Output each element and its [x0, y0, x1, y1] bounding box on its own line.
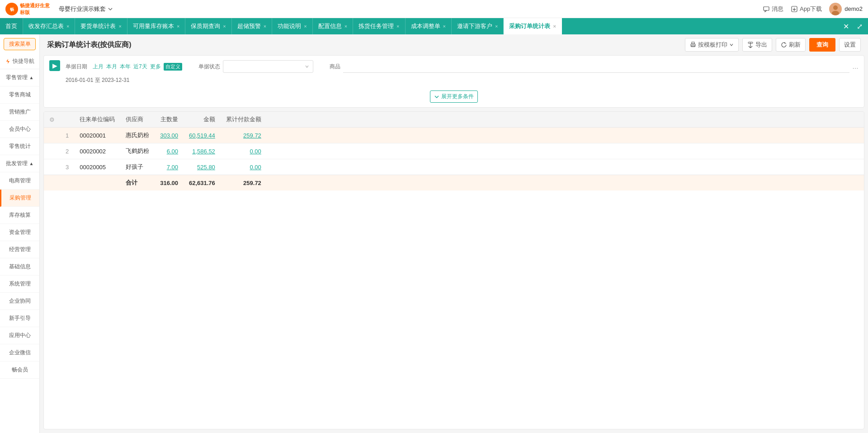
expand-more-button[interactable]: 展开更多条件: [430, 90, 478, 103]
user-area[interactable]: demo2: [829, 3, 863, 15]
tab-stock-summary[interactable]: 收发存汇总表 ×: [23, 18, 75, 34]
sidebar-item-new-guide[interactable]: 新手引导: [0, 310, 39, 327]
tab-config[interactable]: 配置信息 ×: [313, 18, 353, 34]
row3-extra: [267, 159, 864, 175]
top-bar: 畅 畅捷通好生意 标版 母婴行业演示账套 消息 App下载 demo2: [0, 0, 868, 18]
tab-invite[interactable]: 邀请下游客户 ×: [452, 18, 504, 34]
logo-text: 畅捷通好生意 标版: [20, 2, 50, 15]
sidebar-item-app-center[interactable]: 应用中心: [0, 327, 39, 344]
svg-rect-10: [692, 45, 694, 47]
export-button[interactable]: 导出: [742, 38, 772, 52]
purchase-stat-table: ⚙ 往来单位编码 供应商 主数量 金额 累计付款金额 1 00020001: [44, 112, 864, 190]
sidebar-item-ecommerce[interactable]: 电商管理: [0, 172, 39, 190]
close-tab-purchase-stat[interactable]: ×: [553, 24, 556, 29]
search-menu-button[interactable]: 搜索菜单: [4, 38, 36, 50]
sidebar-item-marketing[interactable]: 营销推广: [0, 104, 39, 121]
shortcut-last-month[interactable]: 上月: [93, 63, 104, 71]
filter-toggle-button[interactable]: ▶: [49, 60, 60, 71]
tab-overstock[interactable]: 超储预警 ×: [232, 18, 272, 34]
close-tab-stock-summary[interactable]: ×: [66, 24, 69, 29]
sidebar-item-stock-verify[interactable]: 库存核算: [0, 207, 39, 224]
avatar: [829, 3, 842, 15]
row1-paid[interactable]: 259.72: [221, 128, 267, 143]
shortcut-this-month[interactable]: 本月: [106, 63, 117, 71]
custom-date-badge: 自定义: [164, 63, 182, 71]
footer-paid: 259.72: [221, 175, 267, 191]
footer-extra: [267, 175, 864, 191]
tab-cost-adj[interactable]: 成本调整单 ×: [406, 18, 452, 34]
row3-supplier: 好孩子: [120, 159, 155, 175]
maximize-button[interactable]: ⤢: [854, 21, 864, 31]
shortcut-more[interactable]: 更多: [150, 63, 161, 71]
row2-amount[interactable]: 1,586.52: [184, 143, 221, 159]
close-tab-invite[interactable]: ×: [495, 24, 498, 29]
status-select[interactable]: [223, 60, 313, 73]
date-range-row: 2016-01-01 至 2023-12-31: [66, 75, 859, 84]
settings-button[interactable]: 设置: [839, 38, 861, 52]
export-icon: [747, 42, 754, 48]
quick-nav-button[interactable]: 快捷导航: [0, 54, 39, 69]
app-download-button[interactable]: App下载: [791, 5, 822, 13]
close-tab-order-stat[interactable]: ×: [118, 24, 121, 29]
row3-qty[interactable]: 7.00: [155, 159, 184, 175]
gear-col-header[interactable]: ⚙: [44, 112, 60, 128]
row3-gear: [44, 159, 60, 175]
row2-qty[interactable]: 6.00: [155, 143, 184, 159]
sidebar-item-enterprise-collab[interactable]: 企业协同: [0, 293, 39, 310]
row3-paid[interactable]: 0.00: [221, 159, 267, 175]
close-tab-func-desc[interactable]: ×: [304, 24, 307, 29]
row3-unit-code: 00020005: [74, 159, 120, 175]
row2-paid[interactable]: 0.00: [221, 143, 267, 159]
expand-row: 展开更多条件: [49, 88, 859, 103]
close-tab-overstock[interactable]: ×: [264, 24, 266, 29]
message-button[interactable]: 消息: [763, 5, 783, 13]
close-tab-cost-adj[interactable]: ×: [443, 24, 446, 29]
more-filters-icon[interactable]: …: [852, 63, 859, 70]
sidebar-item-member-plus[interactable]: 畅会员: [0, 362, 39, 379]
close-all-tabs-button[interactable]: ✕: [841, 21, 851, 31]
query-button[interactable]: 查询: [809, 38, 835, 52]
table-footer: 合计 316.00 62,631.76 259.72: [44, 175, 864, 191]
sidebar-item-retail-mall[interactable]: 零售商城: [0, 86, 39, 104]
tab-pick-task[interactable]: 拣货任务管理 ×: [353, 18, 405, 34]
tab-func-desc[interactable]: 功能说明 ×: [272, 18, 312, 34]
sidebar-item-finance-mgmt[interactable]: 资金管理: [0, 224, 39, 241]
goods-input-area[interactable]: [343, 60, 849, 73]
sidebar-item-wholesale-mgmt[interactable]: 批发管理 ▲: [0, 155, 39, 172]
tab-available-stock[interactable]: 可用量库存账本 ×: [127, 18, 185, 34]
row1-qty[interactable]: 303.00: [155, 128, 184, 143]
row3-amount[interactable]: 525.80: [184, 159, 221, 175]
tab-order-stat[interactable]: 要货单统计表 ×: [75, 18, 127, 34]
sidebar-item-retail-stat[interactable]: 零售统计: [0, 138, 39, 155]
sidebar-item-member-center[interactable]: 会员中心: [0, 121, 39, 138]
unit-code-col-header: 往来单位编码: [74, 112, 120, 128]
svg-text:畅: 畅: [10, 7, 14, 12]
tab-home[interactable]: 首页: [0, 18, 23, 34]
row1-supplier: 惠氏奶粉: [120, 128, 155, 143]
close-tab-pick-task[interactable]: ×: [396, 24, 399, 29]
row1-amount[interactable]: 60,519.44: [184, 128, 221, 143]
shortcut-this-year[interactable]: 本年: [120, 63, 131, 71]
goods-filter: 商品 …: [330, 60, 859, 73]
select-arrow-icon: [305, 64, 309, 69]
close-tab-available-stock[interactable]: ×: [177, 24, 179, 29]
sidebar-item-ops-mgmt[interactable]: 经营管理: [0, 241, 39, 258]
close-tab-expiry[interactable]: ×: [223, 24, 226, 29]
sidebar-item-purchase-mgmt[interactable]: 采购管理: [0, 190, 39, 207]
sidebar-item-sys-mgmt[interactable]: 系统管理: [0, 276, 39, 293]
shortcut-7days[interactable]: 近7天: [133, 63, 147, 71]
print-button[interactable]: 按模板打印: [685, 38, 739, 52]
refresh-button[interactable]: 刷新: [776, 38, 806, 52]
qty-col-header: 主数量: [155, 112, 184, 128]
username-label: demo2: [844, 5, 863, 12]
company-selector[interactable]: 母婴行业演示账套: [59, 5, 113, 13]
message-icon: [763, 5, 770, 13]
tab-purchase-stat[interactable]: 采购订单统计表 ×: [504, 18, 561, 34]
close-tab-config[interactable]: ×: [344, 24, 347, 29]
tab-expiry[interactable]: 保质期查询 ×: [185, 18, 231, 34]
top-bar-right: 消息 App下载 demo2: [763, 3, 863, 15]
sidebar-item-enterprise-wechat[interactable]: 企业微信: [0, 344, 39, 362]
sidebar-item-basic-info[interactable]: 基础信息: [0, 258, 39, 276]
supplier-col-header: 供应商: [120, 112, 155, 128]
sidebar-item-retail-mgmt[interactable]: 零售管理 ▲: [0, 69, 39, 86]
